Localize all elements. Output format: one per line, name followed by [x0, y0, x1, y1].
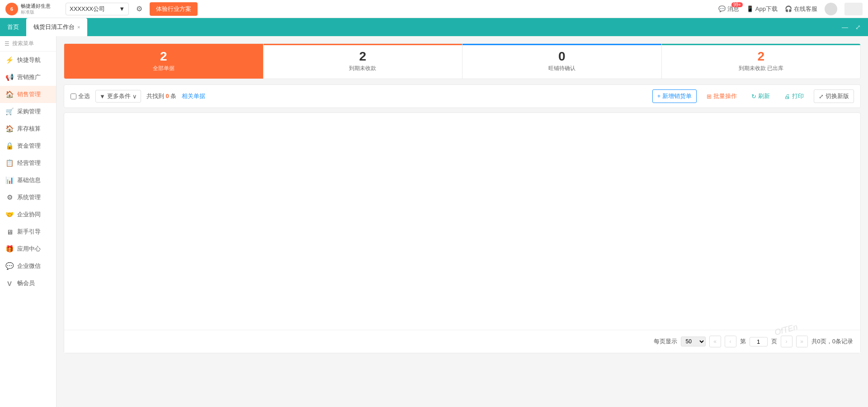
sidebar-item-system-mgmt[interactable]: ⚙ 系统管理 [0, 189, 56, 206]
message-action[interactable]: 💬 消息 99+ [718, 5, 739, 13]
refresh-label: 刷新 [758, 92, 770, 100]
sidebar-item-capital-mgmt[interactable]: 🔒 资金管理 [0, 137, 56, 154]
tab-active[interactable]: 钱货日清工作台 × [26, 18, 87, 36]
sidebar-item-marketing[interactable]: 📢 营销推广 [0, 69, 56, 86]
refresh-icon: ↻ [751, 93, 756, 100]
total-records-label: 共0页，0条记录 [811, 337, 853, 346]
tab-close-icon[interactable]: × [77, 24, 80, 30]
related-records-link[interactable]: 相关单据 [182, 92, 205, 100]
first-page-button[interactable]: « [709, 336, 721, 347]
sidebar-item-vip-label: 畅会员 [17, 279, 35, 287]
filter-btn-label: 更多条件 [107, 92, 131, 100]
sidebar-item-operations[interactable]: 📋 经营管理 [0, 154, 56, 172]
settings-button[interactable]: ⚙ [132, 2, 146, 16]
print-button[interactable]: 🖨 打印 [780, 90, 808, 103]
switch-label: 切换新版 [826, 92, 849, 100]
sidebar-item-purchase-mgmt[interactable]: 🛒 采购管理 [0, 103, 56, 120]
sidebar-item-enterprise-wechat[interactable]: 💬 企业微信 [0, 257, 56, 275]
sidebar-item-sales-mgmt[interactable]: 🏠 销售管理 [0, 86, 56, 103]
tab-maximize-button[interactable]: ⤢ [854, 22, 863, 33]
message-badge: 99+ [731, 2, 743, 7]
sidebar-item-capital-label: 资金管理 [17, 142, 41, 150]
table-area: 每页显示 50 100 200 « ‹ 第 页 › » 共0页，0条记录 [64, 112, 861, 353]
next-page-button[interactable]: › [781, 336, 793, 347]
new-sales-order-button[interactable]: + 新增销货单 [652, 89, 697, 103]
sidebar-search-inner[interactable]: ☰ 搜索菜单 [5, 40, 52, 47]
tab-home-label: 首页 [7, 23, 19, 31]
switch-version-button[interactable]: ⤢ 切换新版 [814, 89, 854, 103]
sidebar-item-quick-nav[interactable]: ⚡ 快捷导航 [0, 51, 56, 69]
tab-bar: 首页 钱货日清工作台 × — ⤢ [0, 18, 868, 36]
new-guide-icon: 🖥 [5, 228, 14, 236]
sidebar-item-enterprise-wechat-label: 企业微信 [17, 262, 41, 270]
stat-number-all: 2 [73, 50, 254, 63]
found-prefix: 共找到 [146, 93, 164, 99]
sidebar-item-enterprise-coop-label: 企业协同 [17, 211, 41, 219]
sidebar-item-system-label: 系统管理 [17, 193, 41, 201]
stat-card-pending[interactable]: 0 旺铺待确认 [462, 44, 662, 79]
sidebar-search-label: 搜索菜单 [12, 40, 34, 47]
select-all-checkbox[interactable]: 全选 [71, 92, 90, 100]
quick-nav-icon: ⚡ [5, 56, 14, 64]
stat-label-overdue: 到期未收款 [273, 65, 453, 72]
avatar-extra[interactable] [844, 3, 863, 15]
experience-button[interactable]: 体验行业方案 [150, 2, 198, 16]
tab-bar-actions: — ⤢ [840, 22, 868, 33]
company-selector[interactable]: XXXXXX公司 ▼ [66, 3, 129, 15]
sales-icon: 🏠 [5, 90, 14, 98]
tab-home[interactable]: 首页 [0, 18, 26, 36]
sidebar-search[interactable]: ☰ 搜索菜单 [0, 36, 56, 51]
batch-icon: ⊞ [707, 93, 712, 100]
page-label: 第 [740, 337, 746, 346]
company-chevron-icon: ▼ [119, 5, 125, 12]
more-filter-button[interactable]: ▼ 更多条件 ∨ [95, 90, 141, 103]
batch-operation-button[interactable]: ⊞ 批量操作 [702, 90, 741, 103]
select-all-input[interactable] [71, 94, 76, 99]
page-end-label: 页 [771, 337, 777, 346]
sidebar-item-new-guide[interactable]: 🖥 新手引导 [0, 223, 56, 240]
sidebar-item-basic-info-label: 基础信息 [17, 176, 41, 184]
enterprise-coop-icon: 🤝 [5, 211, 14, 219]
online-service-label: 在线客服 [794, 5, 817, 13]
stat-card-overdue[interactable]: 2 到期未收款 [264, 44, 463, 79]
search-icon: ☰ [5, 41, 9, 47]
select-all-label: 全选 [78, 92, 90, 100]
sidebar-item-quick-nav-label: 快捷导航 [17, 56, 41, 64]
online-service-icon: 🎧 [785, 5, 792, 12]
per-page-label: 每页显示 [654, 337, 677, 346]
inventory-icon: 🏠 [5, 125, 14, 133]
refresh-button[interactable]: ↻ 刷新 [747, 90, 774, 103]
stat-card-pending-border [462, 44, 661, 45]
online-service-action[interactable]: 🎧 在线客服 [785, 5, 817, 13]
switch-icon: ⤢ [819, 93, 824, 100]
stat-number-pending: 0 [472, 50, 652, 63]
header-right: 💬 消息 99+ 📱 App下载 🎧 在线客服 [718, 3, 863, 15]
enterprise-wechat-icon: 💬 [5, 262, 14, 270]
purchase-icon: 🛒 [5, 108, 14, 116]
stat-card-all[interactable]: 2 全部单据 [64, 44, 264, 79]
print-icon: 🖨 [784, 93, 790, 100]
sidebar-item-purchase-label: 采购管理 [17, 108, 41, 116]
logo-icon: 6 [5, 3, 18, 15]
app-download-action[interactable]: 📱 App下载 [746, 5, 778, 13]
company-name: XXXXXX公司 [70, 5, 105, 13]
sidebar-item-vip-member[interactable]: V 畅会员 [0, 275, 56, 292]
new-sales-order-label: + 新增销货单 [657, 92, 692, 100]
last-page-button[interactable]: » [796, 336, 808, 347]
sidebar-item-app-center[interactable]: 🎁 应用中心 [0, 240, 56, 257]
sidebar-item-inventory[interactable]: 🏠 库存核算 [0, 120, 56, 137]
toolbar: 全选 ▼ 更多条件 ∨ 共找到 0 条 相关单据 + 新增销货单 ⊞ 批量操作 [64, 84, 861, 108]
avatar[interactable] [825, 3, 837, 15]
page-number-input[interactable] [750, 337, 768, 346]
per-page-select[interactable]: 50 100 200 [681, 337, 706, 346]
sidebar-item-enterprise-coop[interactable]: 🤝 企业协同 [0, 206, 56, 223]
system-icon: ⚙ [5, 193, 14, 201]
header-left: 6 畅捷通好生意 标准版 XXXXXX公司 ▼ ⚙ 体验行业方案 [5, 2, 198, 16]
main-content: 2 全部单据 2 到期未收款 0 旺铺待确认 2 到期未收款 已出库 全选 ▼ [57, 36, 868, 407]
sidebar-item-app-center-label: 应用中心 [17, 245, 41, 253]
stat-card-overdue-out[interactable]: 2 到期未收款 已出库 [662, 44, 861, 79]
sidebar-item-basic-info[interactable]: 📊 基础信息 [0, 172, 56, 189]
stat-card-overdue-out-border [662, 44, 861, 45]
prev-page-button[interactable]: ‹ [725, 336, 736, 347]
tab-minimize-button[interactable]: — [840, 22, 850, 33]
